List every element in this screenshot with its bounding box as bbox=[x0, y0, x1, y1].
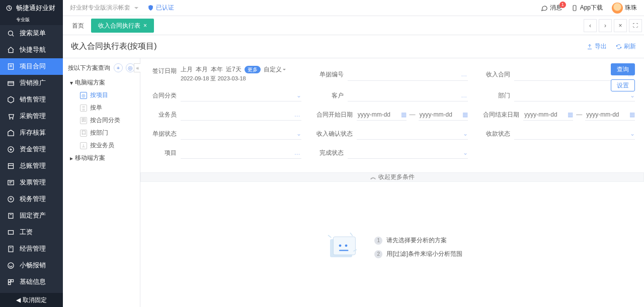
cstart-from[interactable]: ▦ bbox=[357, 109, 407, 121]
tab-home[interactable]: 首页 bbox=[65, 19, 91, 33]
workspace-switcher[interactable]: 好业财专业版演示帐套 bbox=[70, 4, 138, 12]
chevron-down-icon: ⌄ bbox=[463, 149, 468, 156]
svg-rect-15 bbox=[11, 280, 13, 282]
filter-form: 签订日期 上月 本月 本年 近7天 更多 自定义 2022-09-18 至 20… bbox=[140, 58, 644, 172]
tab-controls: ‹ › × ⛶ bbox=[584, 19, 644, 32]
sidebar-item-biz[interactable]: 经营管理 bbox=[0, 241, 63, 257]
sidebar-unpin[interactable]: ◀ 取消固定 bbox=[0, 293, 63, 307]
scheme-group-mobile[interactable]: ▸ 移动端方案 bbox=[66, 152, 140, 164]
sidebar-item-purchase[interactable]: 采购管理 bbox=[0, 108, 63, 125]
chip-this-year[interactable]: 本年 bbox=[211, 65, 223, 74]
grid-icon: 田 bbox=[80, 117, 87, 124]
revstate-select[interactable]: ⌄ bbox=[357, 128, 468, 140]
date-input[interactable] bbox=[523, 111, 568, 119]
tab-prev[interactable]: ‹ bbox=[584, 19, 597, 32]
sidebar-item-marketing[interactable]: 营销推广 bbox=[0, 75, 63, 91]
scheme-item-sales[interactable]: ⊥按业务员 bbox=[66, 139, 140, 152]
notifications-button[interactable]: 消息 1 bbox=[541, 4, 562, 12]
field-doc-number: 单据编号 … bbox=[316, 63, 468, 86]
date-input[interactable] bbox=[357, 111, 401, 119]
scheme-item-order[interactable]: ¦¦按单 bbox=[66, 101, 140, 114]
download-button[interactable]: App下载 bbox=[571, 4, 603, 12]
chevron-up-icon: ︽ bbox=[370, 173, 376, 181]
sidebar-list: 搜索菜单 快捷导航 项目合同 营销推广 销售管理 采购管理 库存核算 资金管理 … bbox=[0, 25, 63, 293]
target-icon: ◎ bbox=[80, 92, 87, 99]
cend-to[interactable]: ▦ bbox=[585, 109, 635, 121]
collapse-filters[interactable]: ︽ 收起更多条件 bbox=[140, 172, 644, 182]
customer-lookup[interactable]: … bbox=[348, 89, 468, 101]
chip-7days[interactable]: 近7天 bbox=[226, 65, 242, 74]
phone-icon bbox=[571, 5, 578, 12]
chip-last-month[interactable]: 上月 bbox=[181, 65, 193, 74]
date-input[interactable] bbox=[419, 111, 463, 119]
scheme-item-dept[interactable]: 囗按部门 bbox=[66, 127, 140, 139]
svg-rect-7 bbox=[9, 164, 14, 169]
date-input[interactable] bbox=[585, 111, 629, 119]
page-header: 收入合同执行表(按项目) 导出 刷新 bbox=[63, 35, 644, 58]
notification-badge: 1 bbox=[559, 2, 566, 8]
page: 收入合同执行表(按项目) 导出 刷新 按以下方案查询 + ◎ bbox=[63, 35, 644, 307]
sidebar: 畅捷通好业财 专业版 搜索菜单 快捷导航 项目合同 营销推广 销售管理 采购管理… bbox=[0, 0, 63, 307]
tab-report[interactable]: 收入合同执行表× bbox=[91, 19, 154, 33]
chart-icon: ⊥ bbox=[80, 142, 87, 149]
svg-point-1 bbox=[9, 31, 13, 36]
sidebar-item-contract[interactable]: 项目合同 bbox=[0, 58, 63, 75]
sidebar-item-shortcut[interactable]: 快捷导航 bbox=[0, 42, 63, 58]
scheme-collapse[interactable]: « bbox=[134, 63, 141, 72]
chat-icon bbox=[541, 5, 548, 12]
scheme-item-class[interactable]: 田按合同分类 bbox=[66, 114, 140, 127]
sidebar-item-salary[interactable]: 工资 bbox=[0, 224, 63, 241]
sidebar-item-ledger[interactable]: 总账管理 bbox=[0, 158, 63, 174]
docstate-select[interactable]: ⌄ bbox=[181, 128, 301, 140]
sidebar-item-fund[interactable]: 资金管理 bbox=[0, 141, 63, 158]
empty-step-1: 1请先选择要分析的方案 bbox=[374, 236, 462, 245]
sidebar-item-tax[interactable]: 税务管理 bbox=[0, 191, 63, 208]
square-icon: 囗 bbox=[80, 130, 87, 137]
paystate-select[interactable]: ⌄ bbox=[514, 128, 635, 140]
field-sign-date: 签订日期 上月 本月 本年 近7天 更多 自定义 2022-09-18 至 20… bbox=[149, 63, 301, 86]
query-button[interactable]: 查询 bbox=[611, 63, 635, 75]
field-revenue-state: 收入确认状态 ⌄ bbox=[316, 124, 468, 143]
chip-custom[interactable]: 自定义 bbox=[264, 65, 286, 74]
salesman-lookup[interactable]: … bbox=[181, 109, 301, 121]
field-customer: 客户 … bbox=[316, 86, 468, 105]
sidebar-item-search[interactable]: 搜索菜单 bbox=[0, 25, 63, 42]
project-lookup[interactable]: … bbox=[181, 147, 301, 159]
user-menu[interactable]: 珠珠 bbox=[612, 3, 637, 14]
tab-expand[interactable]: ⛶ bbox=[629, 19, 642, 32]
sidebar-item-invoice[interactable]: 发票管理 bbox=[0, 174, 63, 191]
svg-rect-3 bbox=[8, 81, 14, 85]
donestate-select[interactable]: ⌄ bbox=[348, 147, 468, 159]
refresh-button[interactable]: 刷新 bbox=[616, 42, 636, 51]
sidebar-item-expense[interactable]: 小畅报销 bbox=[0, 257, 63, 274]
svg-point-4 bbox=[10, 119, 10, 119]
svg-rect-11 bbox=[9, 231, 14, 235]
scheme-item-project[interactable]: ◎按项目 bbox=[66, 89, 140, 101]
close-icon[interactable]: × bbox=[143, 22, 147, 29]
export-button[interactable]: 导出 bbox=[587, 42, 607, 51]
cend-from[interactable]: ▦ bbox=[523, 109, 573, 121]
settings-button[interactable]: 设置 bbox=[611, 79, 635, 91]
scheme-group-pc[interactable]: ▾ 电脑端方案 bbox=[66, 76, 140, 89]
class-select[interactable]: ⌄ bbox=[181, 89, 301, 101]
svg-rect-12 bbox=[9, 246, 13, 252]
tabbar: 首页 收入合同执行表× ‹ › × ⛶ bbox=[63, 16, 644, 35]
doc-number-lookup[interactable]: … bbox=[348, 69, 468, 81]
sidebar-item-inventory[interactable]: 库存核算 bbox=[0, 125, 63, 141]
svg-rect-20 bbox=[334, 237, 356, 255]
shield-icon bbox=[147, 5, 154, 11]
sidebar-item-asset[interactable]: 固定资产 bbox=[0, 208, 63, 224]
tab-next[interactable]: › bbox=[599, 19, 612, 32]
tab-close[interactable]: × bbox=[614, 19, 627, 32]
chip-this-month[interactable]: 本月 bbox=[196, 65, 208, 74]
field-pay-state: 收款状态 ⌄ bbox=[483, 124, 635, 143]
export-icon bbox=[587, 44, 593, 50]
scheme-add-button[interactable]: + bbox=[114, 63, 123, 72]
chip-more[interactable]: 更多 bbox=[245, 66, 261, 73]
date-quick-chips: 上月 本月 本年 近7天 更多 自定义 bbox=[181, 65, 286, 74]
sign-date-range: 2022-09-18 至 2023-03-18 bbox=[181, 75, 286, 82]
sidebar-item-basic[interactable]: 基础信息 bbox=[0, 274, 63, 290]
chevron-down-icon: ⌄ bbox=[630, 92, 635, 99]
sidebar-item-sales[interactable]: 销售管理 bbox=[0, 91, 63, 108]
cstart-to[interactable]: ▦ bbox=[419, 109, 468, 121]
